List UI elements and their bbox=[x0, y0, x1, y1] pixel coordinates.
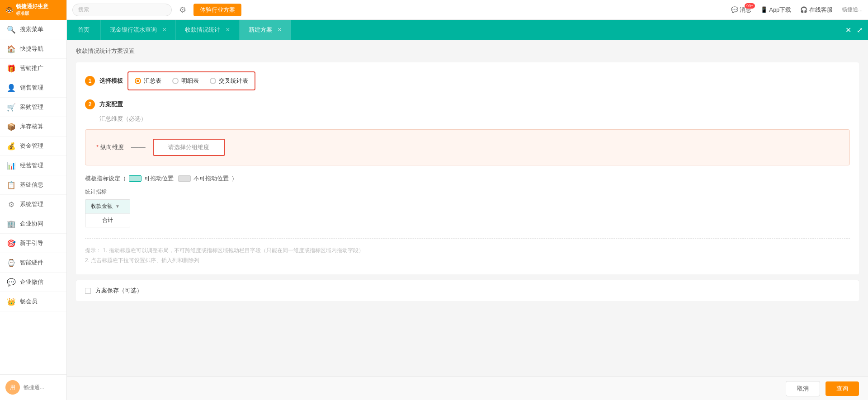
non-draggable-legend-box bbox=[178, 175, 191, 182]
topbar-right: 💬 消息 99+ 📱 App下载 🎧 在线客服 畅捷通... bbox=[731, 6, 863, 14]
gift-icon: 🎁 bbox=[7, 64, 15, 72]
tip2-line: 2. 点击标题栏下拉可设置排序、插入列和删除列 bbox=[85, 256, 850, 266]
search-placeholder: 搜索 bbox=[78, 6, 89, 14]
search-input[interactable]: 搜索 bbox=[72, 4, 172, 16]
download-button[interactable]: 📱 App下载 bbox=[760, 6, 791, 14]
radio-detail-circle bbox=[172, 78, 179, 84]
sidebar-item-purchase[interactable]: 🛒 采购管理 bbox=[0, 98, 66, 117]
config-section: 汇总维度（必选） 纵向维度 —— 请选择分组维度 模板 bbox=[85, 115, 850, 265]
sidebar-label-member: 畅会员 bbox=[20, 297, 38, 306]
logo-icon: 🐯 bbox=[5, 6, 13, 14]
service-button[interactable]: 🎧 在线客服 bbox=[800, 6, 833, 14]
dimension-row: 纵向维度 —— 请选择分组维度 bbox=[96, 139, 839, 156]
chevron-down-icon: ▼ bbox=[115, 204, 120, 209]
tips-section: 提示： 1. 拖动标题栏可以调整布局，不可跨维度或指标区域拖动栏目字段（只能在同… bbox=[85, 238, 850, 265]
notification-button[interactable]: 💬 消息 99+ bbox=[731, 6, 752, 14]
sidebar-label-inventory: 库存核算 bbox=[20, 122, 43, 131]
guide-icon: 🎯 bbox=[7, 239, 15, 247]
radio-summary[interactable]: 汇总表 bbox=[135, 77, 161, 85]
sidebar-bottom: 用 畅捷通... bbox=[0, 374, 66, 400]
step1-label: 选择模板 bbox=[99, 77, 123, 85]
sidebar-item-finance[interactable]: 💰 资金管理 bbox=[0, 136, 66, 156]
topbar: 搜索 ⚙ 体验行业方案 💬 消息 99+ 📱 App下载 🎧 在线客服 畅捷通.… bbox=[67, 0, 868, 20]
settings-icon[interactable]: ⚙ bbox=[177, 3, 188, 17]
sidebar-item-guide[interactable]: 🎯 新手引导 bbox=[0, 234, 66, 253]
non-draggable-label: 不可拖动位置 bbox=[193, 174, 229, 183]
sidebar-username: 畅捷通... bbox=[24, 384, 44, 391]
chart-icon: 📊 bbox=[7, 161, 15, 169]
sidebar-item-hardware[interactable]: ⌚ 智能硬件 bbox=[0, 253, 66, 273]
download-label: App下载 bbox=[769, 6, 791, 13]
tip1-text: 1. 拖动标题栏可以调整布局，不可跨维度或指标区域拖动栏目字段（只能在同一维度或… bbox=[103, 247, 363, 254]
trial-button[interactable]: 体验行业方案 bbox=[193, 4, 241, 16]
radio-detail-label: 明细表 bbox=[181, 77, 199, 85]
save-checkbox[interactable] bbox=[85, 288, 91, 294]
chat-icon: 💬 bbox=[7, 278, 15, 286]
metric-col-cell: 合计 bbox=[85, 213, 130, 227]
tab-new-plan[interactable]: 新建方案 × bbox=[240, 20, 291, 40]
sidebar-item-marketing[interactable]: 🎁 营销推广 bbox=[0, 59, 66, 78]
page-title: 收款情况统计方案设置 bbox=[76, 47, 859, 55]
user-name: 畅捷通... bbox=[842, 6, 863, 14]
tabbar: 首页 现金银行流水查询 × 收款情况统计 × 新建方案 × ✕ ⤢ bbox=[67, 20, 868, 40]
sidebar-item-sales[interactable]: 👤 销售管理 bbox=[0, 78, 66, 98]
user-icon: 👤 bbox=[7, 84, 15, 92]
cart-icon: 🛒 bbox=[7, 103, 15, 111]
step2-label: 方案配置 bbox=[99, 100, 123, 108]
sidebar-item-search-menu[interactable]: 🔍 搜索菜单 bbox=[0, 20, 66, 39]
sidebar-item-system[interactable]: ⚙ 系统管理 bbox=[0, 195, 66, 214]
sidebar-item-operations[interactable]: 📊 经营管理 bbox=[0, 156, 66, 175]
radio-cross-label: 交叉统计表 bbox=[219, 77, 248, 85]
list-icon: 📋 bbox=[7, 181, 15, 189]
metric-column: 收款金额 ▼ 合计 bbox=[85, 199, 130, 227]
query-button[interactable]: 查询 bbox=[826, 381, 859, 396]
tab-collection-stats[interactable]: 收款情况统计 × bbox=[176, 20, 239, 40]
tip-title: 提示： bbox=[85, 247, 101, 254]
step1-header: 1 选择模板 汇总表 明细表 交叉统计表 bbox=[85, 71, 850, 90]
tab-home[interactable]: 首页 bbox=[67, 20, 101, 40]
sidebar-label-finance: 资金管理 bbox=[20, 142, 43, 150]
sidebar-item-wechat[interactable]: 💬 企业微信 bbox=[0, 273, 66, 292]
sidebar-label-system: 系统管理 bbox=[20, 200, 43, 208]
tabbar-right-icons: ✕ ⤢ bbox=[840, 20, 868, 40]
new-plan-close-icon[interactable]: × bbox=[278, 26, 282, 34]
service-icon: 🎧 bbox=[800, 6, 807, 13]
content-area: 收款情况统计方案设置 1 选择模板 汇总表 明细表 bbox=[67, 40, 868, 376]
radio-summary-label: 汇总表 bbox=[144, 77, 161, 85]
bank-flow-close-icon[interactable]: × bbox=[162, 26, 166, 34]
radio-detail[interactable]: 明细表 bbox=[172, 77, 199, 85]
tip1-line: 提示： 1. 拖动标题栏可以调整布局，不可跨维度或指标区域拖动栏目字段（只能在同… bbox=[85, 246, 850, 256]
service-label: 在线客服 bbox=[809, 6, 833, 13]
sidebar-item-member[interactable]: 👑 畅会员 bbox=[0, 292, 66, 311]
money-icon: 💰 bbox=[7, 142, 15, 150]
user-avatar: 用 bbox=[5, 380, 20, 395]
window-maximize-icon[interactable]: ⤢ bbox=[857, 26, 863, 34]
cancel-button[interactable]: 取消 bbox=[786, 381, 820, 396]
gear-icon: ⚙ bbox=[7, 200, 15, 208]
dimension-placeholder: 请选择分组维度 bbox=[168, 144, 209, 151]
dimension-title: 汇总维度（必选） bbox=[99, 115, 850, 123]
draggable-legend-box bbox=[129, 175, 142, 182]
sidebar-item-inventory[interactable]: 📦 库存核算 bbox=[0, 117, 66, 136]
metric-col-header[interactable]: 收款金额 ▼ bbox=[85, 200, 130, 213]
tab-bank-flow[interactable]: 现金银行流水查询 × bbox=[101, 20, 176, 40]
box-icon: 📦 bbox=[7, 122, 15, 131]
dimension-select[interactable]: 请选择分组维度 bbox=[153, 139, 225, 156]
window-close-icon[interactable]: ✕ bbox=[845, 26, 851, 34]
template-options-group: 汇总表 明细表 交叉统计表 bbox=[127, 71, 255, 90]
sidebar-label-quick-nav: 快捷导航 bbox=[20, 45, 43, 53]
save-area: 方案保存（可选） bbox=[76, 280, 859, 301]
footer-bar: 取消 查询 bbox=[67, 376, 868, 400]
metric-legend-row: 模板指标设定（ 可拖动位置 不可拖动位置 ） bbox=[85, 174, 850, 183]
home-icon: 🏠 bbox=[7, 45, 15, 53]
sidebar-item-basic-info[interactable]: 📋 基础信息 bbox=[0, 175, 66, 195]
metric-table-area: 统计指标 收款金额 ▼ 合计 bbox=[85, 188, 850, 227]
radio-cross-circle bbox=[210, 78, 216, 84]
collection-stats-tab-label: 收款情况统计 bbox=[185, 26, 220, 34]
collection-stats-close-icon[interactable]: × bbox=[226, 26, 230, 34]
sidebar-item-quick-nav[interactable]: 🏠 快捷导航 bbox=[0, 39, 66, 59]
radio-cross[interactable]: 交叉统计表 bbox=[210, 77, 248, 85]
metric-settings: 模板指标设定（ 可拖动位置 不可拖动位置 ） 统计指标 收款金额 bbox=[85, 174, 850, 227]
sidebar-item-enterprise[interactable]: 🏢 企业协同 bbox=[0, 214, 66, 234]
dimension-config-area: 纵向维度 —— 请选择分组维度 bbox=[85, 129, 850, 165]
